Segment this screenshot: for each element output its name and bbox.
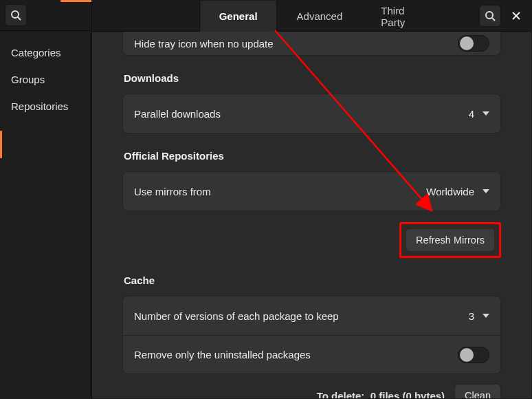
preferences-dialog: General Advanced Third Party Hide tray i… [91, 0, 532, 399]
to-delete-prefix: To delete: [317, 390, 365, 399]
svg-line-1 [18, 17, 21, 20]
svg-point-2 [486, 12, 493, 19]
official-repos-card: Use mirrors from Worldwide [122, 171, 501, 211]
tab-general[interactable]: General [199, 1, 278, 32]
refresh-mirrors-button[interactable]: Refresh Mirrors [406, 228, 495, 252]
cache-footer: To delete: 0 files (0 bytes) Clean [122, 384, 501, 398]
mirrors-value: Worldwide [426, 186, 474, 197]
refresh-mirrors-wrap: Refresh Mirrors [122, 222, 501, 258]
chevron-down-icon [483, 314, 489, 318]
tab-bar: General Advanced Third Party [199, 1, 425, 32]
parallel-downloads-label: Parallel downloads [134, 108, 221, 120]
section-title-cache: Cache [124, 274, 501, 286]
search-icon [10, 10, 21, 21]
bg-nav-repositories[interactable]: Repositories [10, 93, 84, 120]
to-delete-value: 0 files (0 bytes) [370, 390, 445, 399]
dialog-close-button[interactable] [505, 5, 527, 27]
section-title-downloads: Downloads [124, 72, 501, 84]
remove-uninstalled-toggle[interactable] [458, 347, 489, 363]
tray-card: Hide tray icon when no update [122, 32, 501, 56]
toggle-knob [460, 348, 474, 362]
cache-card: Number of versions of each package to ke… [122, 296, 501, 374]
chevron-down-icon [483, 189, 489, 193]
clean-button[interactable]: Clean [454, 384, 501, 398]
bg-search-button[interactable] [5, 4, 27, 26]
toggle-knob [460, 36, 474, 50]
downloads-card: Parallel downloads 4 [122, 94, 501, 133]
mirrors-dropdown[interactable]: Worldwide [426, 186, 489, 197]
row-use-mirrors-from[interactable]: Use mirrors from Worldwide [123, 172, 500, 211]
section-title-official-repositories: Official Repositories [124, 150, 501, 162]
remove-uninstalled-label: Remove only the uninstalled packages [134, 349, 311, 360]
row-versions-to-keep[interactable]: Number of versions of each package to ke… [123, 296, 500, 335]
row-parallel-downloads[interactable]: Parallel downloads 4 [123, 94, 500, 133]
parallel-downloads-dropdown[interactable]: 4 [469, 108, 489, 120]
use-mirrors-label: Use mirrors from [134, 186, 211, 197]
tab-third-party[interactable]: Third Party [362, 1, 424, 32]
svg-point-0 [12, 11, 19, 18]
versions-value: 3 [469, 310, 474, 322]
accent-stripe-side [0, 131, 2, 158]
hide-tray-label: Hide tray icon when no update [134, 38, 274, 50]
bg-nav-list: Categories Groups Repositories [0, 31, 91, 120]
hide-tray-toggle[interactable] [458, 35, 489, 52]
chevron-down-icon [483, 111, 489, 116]
background-sidebar: Categories Groups Repositories [0, 0, 91, 399]
bg-nav-categories[interactable]: Categories [10, 39, 84, 66]
bg-nav-groups[interactable]: Groups [10, 66, 84, 93]
to-delete-text: To delete: 0 files (0 bytes) [317, 390, 445, 399]
parallel-downloads-value: 4 [469, 108, 474, 120]
dialog-search-button[interactable] [479, 5, 501, 27]
dialog-headerbar: General Advanced Third Party [92, 1, 531, 32]
tab-advanced[interactable]: Advanced [278, 1, 362, 32]
accent-stripe-top [60, 0, 93, 2]
svg-line-3 [492, 18, 495, 21]
versions-dropdown[interactable]: 3 [469, 310, 489, 322]
row-hide-tray-icon: Hide tray icon when no update [123, 32, 500, 55]
row-remove-uninstalled: Remove only the uninstalled packages [123, 335, 500, 374]
versions-label: Number of versions of each package to ke… [134, 310, 339, 322]
close-icon [511, 11, 521, 21]
dialog-body[interactable]: Hide tray icon when no update Downloads … [92, 32, 531, 398]
background-headerbar [0, 0, 91, 31]
search-icon [485, 10, 496, 21]
annotation-highlight-box: Refresh Mirrors [399, 222, 501, 258]
